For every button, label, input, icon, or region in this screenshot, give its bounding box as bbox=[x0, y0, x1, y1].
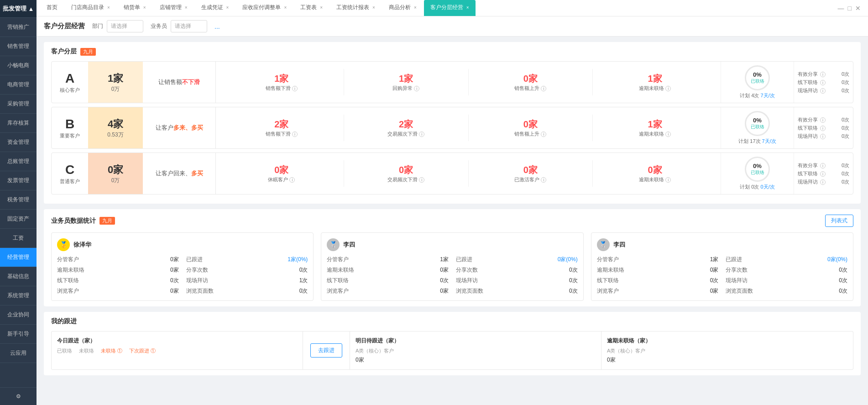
staff-filter: 业务员 请选择 bbox=[151, 20, 207, 32]
sidebar-item-销售管理[interactable]: 销售管理 bbox=[0, 37, 37, 56]
tab-close-工资表[interactable]: × bbox=[320, 5, 323, 10]
tab-工资统计报表[interactable]: 工资统计报表× bbox=[330, 0, 382, 16]
sidebar-item-库存核算[interactable]: 库存核算 bbox=[0, 114, 37, 133]
sidebar-item-经营管理[interactable]: 经营管理 bbox=[0, 248, 37, 267]
tab-close-门店商品目录[interactable]: × bbox=[107, 5, 110, 10]
content-area: 客户分层 九月 A 核心客户 1家 0万 让销售额不下滑 1家 销售额下滑 i … bbox=[37, 37, 868, 405]
more-button[interactable]: ... bbox=[214, 23, 220, 30]
minimize-icon[interactable]: — bbox=[838, 5, 844, 12]
info-icon[interactable]: i bbox=[289, 177, 295, 183]
info-icon[interactable]: i bbox=[820, 134, 826, 139]
info-icon[interactable]: i bbox=[820, 80, 826, 85]
sidebar-item-资金管理[interactable]: 资金管理 bbox=[0, 133, 37, 152]
linked-circle-A: 0% 已联络 bbox=[745, 65, 770, 90]
dept-filter: 部门 请选择 bbox=[92, 20, 143, 32]
sidebar-item-总账管理[interactable]: 总账管理 bbox=[0, 152, 37, 171]
tab-商品分析[interactable]: 商品分析× bbox=[382, 0, 423, 16]
sidebar-top[interactable]: 批发管理 ▲ bbox=[0, 0, 37, 18]
info-icon[interactable]: i bbox=[820, 163, 826, 168]
tier-label-A: A 核心客户 bbox=[52, 62, 88, 103]
metric-交易频次下滑: 0家 交易频次下滑 i bbox=[344, 160, 469, 187]
biz-title: 业务员数据统计 bbox=[51, 217, 96, 225]
today-sub: 已联络 未联络 未联络 ① 下次跟进 ① bbox=[57, 347, 297, 354]
goto-follow-button[interactable]: 去跟进 bbox=[310, 343, 342, 358]
tier-month-badge: 九月 bbox=[80, 48, 96, 56]
sidebar-item-发票管理[interactable]: 发票管理 bbox=[0, 171, 37, 190]
sidebar-item-云应用[interactable]: 云应用 bbox=[0, 344, 37, 363]
metric-销售额上升: 0家 销售额上升 i bbox=[469, 115, 593, 141]
tab-生成凭证[interactable]: 生成凭证× bbox=[195, 0, 235, 16]
tab-close-商品分析[interactable]: × bbox=[414, 5, 417, 10]
tab-close-工资统计报表[interactable]: × bbox=[372, 5, 375, 10]
info-icon[interactable]: i bbox=[541, 131, 546, 137]
sidebar-item-营销推广[interactable]: 营销推广 bbox=[0, 18, 37, 37]
sp-stat-right-2: 浏览客户 0家 bbox=[57, 287, 179, 295]
sidebar-item-电商管理[interactable]: 电商管理 bbox=[0, 75, 37, 95]
tab-close-生成凭证[interactable]: × bbox=[226, 5, 229, 10]
tab-应收应付调整单[interactable]: 应收应付调整单× bbox=[236, 0, 293, 16]
info-icon[interactable]: i bbox=[665, 131, 671, 137]
settings-button[interactable]: ⚙ bbox=[0, 387, 37, 405]
sp-stat-right-1: 现场拜访 0次 bbox=[456, 277, 578, 284]
sidebar-item-固定资产[interactable]: 固定资产 bbox=[0, 210, 37, 229]
salesperson-card-2: 🥈 李四 分管客户 1家 已跟进 0家(0%) 逾期未联络 0家 bbox=[591, 232, 853, 301]
overdue-follow-title: 逾期未联络（家） bbox=[607, 337, 847, 345]
tab-close-销货单[interactable]: × bbox=[143, 5, 146, 10]
info-icon[interactable]: i bbox=[820, 179, 826, 185]
tier-stats-B: 4家 0.53万 bbox=[88, 107, 143, 148]
info-icon[interactable]: i bbox=[419, 177, 424, 183]
info-icon[interactable]: i bbox=[292, 86, 298, 91]
sidebar-item-基础信息[interactable]: 基础信息 bbox=[0, 267, 37, 286]
sp-stat-left-1: 已跟进 1家(0%) bbox=[186, 256, 308, 263]
tab-工资表[interactable]: 工资表× bbox=[294, 0, 329, 16]
biz-stats-section: 业务员数据统计 九月 列表式 🥇 徐泽华 分管客户 0家 已跟进 1家(0%) bbox=[44, 209, 861, 306]
tab-首页[interactable]: 首页 bbox=[40, 0, 64, 16]
info-icon[interactable]: i bbox=[820, 126, 826, 131]
sp-stat-right-2: 浏览客户 0家 bbox=[597, 287, 719, 295]
sp-stat-left-3: 分享次数 0次 bbox=[726, 266, 847, 274]
info-icon[interactable]: i bbox=[541, 86, 546, 91]
info-icon[interactable]: i bbox=[820, 117, 826, 123]
dept-select[interactable]: 请选择 bbox=[107, 20, 143, 32]
sidebar-item-企业协同[interactable]: 企业协同 bbox=[0, 305, 37, 325]
gear-icon: ⚙ bbox=[16, 393, 21, 400]
salesperson-card-0: 🥇 徐泽华 分管客户 0家 已跟进 1家(0%) 逾期未联络 0家 bbox=[51, 232, 314, 301]
sp-stat-left-0: 分管客户 1家 bbox=[597, 256, 719, 263]
sp-stat-left-3: 分享次数 0次 bbox=[456, 266, 578, 274]
tomorrow-sub: A类（核心）客户 bbox=[356, 347, 596, 354]
sidebar: 批发管理 ▲ 营销推广销售管理小畅电商电商管理采购管理库存核算资金管理总账管理发… bbox=[0, 0, 37, 405]
info-icon[interactable]: i bbox=[820, 171, 826, 177]
sidebar-item-新手引导[interactable]: 新手引导 bbox=[0, 325, 37, 344]
sidebar-item-小畅电商[interactable]: 小畅电商 bbox=[0, 56, 37, 75]
tab-close-客户分层经营[interactable]: × bbox=[466, 5, 469, 10]
maximize-icon[interactable]: □ bbox=[848, 5, 852, 12]
tier-action-C: 让客户回来、多买 bbox=[143, 153, 216, 194]
tab-close-应收应付调整单[interactable]: × bbox=[284, 5, 287, 10]
info-icon[interactable]: i bbox=[665, 177, 671, 183]
tab-门店商品目录[interactable]: 门店商品目录× bbox=[65, 0, 116, 16]
tier-stats-A: 1家 0万 bbox=[88, 62, 143, 103]
info-icon[interactable]: i bbox=[292, 131, 298, 137]
info-icon[interactable]: i bbox=[820, 72, 826, 77]
tab-销货单[interactable]: 销货单× bbox=[117, 0, 152, 16]
tab-店铺管理[interactable]: 店铺管理× bbox=[153, 0, 194, 16]
tomorrow-follow-title: 明日待跟进（家） bbox=[356, 337, 596, 345]
sp-stat-left-1: 已跟进 0家(0%) bbox=[726, 256, 847, 263]
info-icon[interactable]: i bbox=[414, 86, 419, 91]
close-icon[interactable]: ✕ bbox=[855, 5, 861, 12]
metric-销售额下滑: 2家 销售额下滑 i bbox=[220, 115, 344, 141]
staff-select[interactable]: 请选择 bbox=[171, 20, 207, 32]
info-icon[interactable]: i bbox=[665, 86, 671, 91]
list-view-button[interactable]: 列表式 bbox=[825, 215, 853, 227]
tab-客户分层经营[interactable]: 客户分层经营× bbox=[424, 0, 476, 16]
info-icon[interactable]: i bbox=[820, 88, 826, 94]
sidebar-item-税务管理[interactable]: 税务管理 bbox=[0, 190, 37, 210]
sp-stat-left-0: 分管客户 1家 bbox=[327, 256, 449, 263]
sidebar-item-采购管理[interactable]: 采购管理 bbox=[0, 95, 37, 114]
sidebar-item-系统管理[interactable]: 系统管理 bbox=[0, 286, 37, 305]
tab-close-店铺管理[interactable]: × bbox=[185, 5, 188, 10]
info-icon[interactable]: i bbox=[541, 177, 546, 183]
metric-回购异常: 1家 回购异常 i bbox=[344, 69, 469, 95]
info-icon[interactable]: i bbox=[419, 131, 424, 137]
sidebar-item-工资[interactable]: 工资 bbox=[0, 229, 37, 248]
